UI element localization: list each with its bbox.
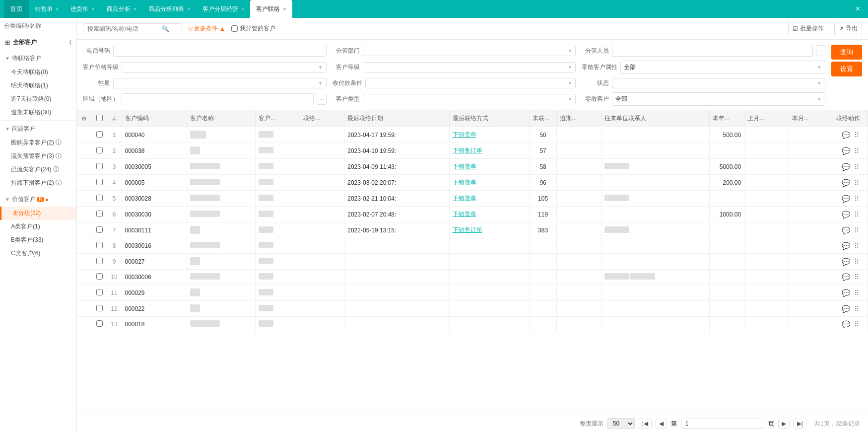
last-page-btn[interactable]: ▶| (794, 419, 806, 429)
td-way[interactable]: 下销货单 (449, 159, 530, 175)
more-action-icon[interactable]: ⠿ (854, 258, 859, 266)
row-checkbox[interactable] (96, 320, 103, 327)
filter-retail-select[interactable]: 全部▼ (612, 92, 825, 106)
td-checkbox[interactable] (92, 301, 107, 317)
message-icon[interactable]: 💬 (842, 320, 850, 328)
select-all-checkbox[interactable] (96, 115, 103, 121)
sidebar-item-class-b[interactable]: B类客户(33) (0, 233, 76, 247)
section-value-customers[interactable]: ▼ 价值客户 R ● (0, 192, 76, 207)
nav-tab-analysis-list[interactable]: 商品分析列表 × (142, 0, 196, 18)
batch-operation-btn[interactable]: ☑ 批量操作 (788, 22, 828, 35)
more-action-icon[interactable]: ⠿ (854, 273, 859, 281)
row-checkbox[interactable] (96, 226, 103, 233)
region-more-btn[interactable]: ··· (317, 94, 326, 105)
sidebar-item-ungroups[interactable]: 未分组(32) (0, 207, 76, 220)
row-checkbox[interactable] (96, 273, 103, 280)
more-action-icon[interactable]: ⠿ (854, 226, 859, 234)
sidebar-item-tomorrow[interactable]: 明天待联络(1) (0, 79, 76, 92)
more-action-icon[interactable]: ⠿ (854, 289, 859, 297)
last-way-link[interactable]: 下销售订单 (453, 226, 482, 233)
td-checkbox[interactable] (92, 222, 107, 238)
gear-icon[interactable]: ⚙ (81, 115, 87, 122)
td-checkbox[interactable] (92, 159, 107, 175)
more-action-icon[interactable]: ⠿ (854, 147, 859, 155)
filter-more-btn[interactable]: ▽ 更多条件 ▲ (188, 24, 225, 33)
more-action-icon[interactable]: ⠿ (854, 320, 859, 328)
td-way[interactable] (449, 254, 530, 270)
message-icon[interactable]: 💬 (842, 163, 850, 171)
sidebar-item-overdue[interactable]: 逾期未联络(30) (0, 106, 76, 119)
td-checkbox[interactable] (92, 175, 107, 191)
sidebar-item-abnormal[interactable]: 囤购异常客户(2) ⓘ (0, 136, 76, 149)
td-way[interactable] (449, 301, 530, 317)
message-icon[interactable]: 💬 (842, 273, 850, 281)
person-more-btn[interactable]: ··· (816, 45, 825, 56)
phone-input-field[interactable] (117, 47, 323, 54)
td-checkbox[interactable] (92, 270, 107, 285)
window-close-button[interactable]: × (852, 4, 864, 13)
nav-tab-analysis[interactable]: 商品分析 × (101, 0, 142, 18)
filter-nature-select[interactable]: ▼ (113, 78, 327, 88)
last-way-link[interactable]: 下销货单 (453, 211, 476, 217)
td-checkbox[interactable] (92, 254, 107, 270)
col-settings[interactable]: ⚙ (77, 110, 92, 127)
td-way[interactable]: 下销货单 (449, 191, 530, 207)
td-way[interactable] (449, 270, 530, 285)
sidebar-item-declining[interactable]: 持续下滑客户(2) ⓘ (0, 176, 76, 190)
td-checkbox[interactable] (92, 207, 107, 222)
close-segment-tab[interactable]: × (241, 6, 244, 12)
nav-tab-purchase[interactable]: 进货单 × (65, 0, 100, 18)
last-way-link[interactable]: 下销货单 (453, 131, 476, 138)
filter-price-select[interactable]: ▼ (122, 62, 327, 72)
message-icon[interactable]: 💬 (842, 289, 850, 297)
sidebar-item-churn-warning[interactable]: 流失预警客户(3) ⓘ (0, 149, 76, 163)
td-checkbox[interactable] (92, 191, 107, 207)
td-way[interactable]: 下销货单 (449, 127, 530, 143)
nav-tab-customer-segment[interactable]: 客户分层经营 × (197, 0, 250, 18)
row-checkbox[interactable] (96, 258, 103, 264)
filter-payment-select[interactable]: ▼ (365, 78, 576, 88)
filter-level-select[interactable]: ▼ (363, 62, 576, 72)
td-checkbox[interactable] (92, 317, 107, 332)
message-icon[interactable]: 💬 (842, 258, 850, 266)
row-checkbox[interactable] (96, 179, 103, 185)
sidebar-item-7days[interactable]: 近7天待联络(0) (0, 92, 76, 106)
more-action-icon[interactable]: ⠿ (854, 211, 859, 218)
td-checkbox[interactable] (92, 143, 107, 159)
section-pending-contact[interactable]: ▼ 待联络客户 (0, 51, 76, 66)
close-analysis-list-tab[interactable]: × (187, 6, 190, 12)
close-analysis-tab[interactable]: × (134, 6, 136, 12)
td-way[interactable]: 下销售订单 (449, 143, 530, 159)
section-problem-customers[interactable]: ▼ 问题客户 (0, 122, 76, 136)
export-btn[interactable]: ↗ 导出 (834, 22, 862, 35)
more-action-icon[interactable]: ⠿ (854, 163, 859, 171)
page-size-select[interactable]: 50 100 (607, 418, 635, 429)
person-input-field[interactable] (615, 47, 809, 54)
region-input-field[interactable] (125, 96, 310, 103)
filter-dept-select[interactable]: ▼ (363, 46, 576, 56)
td-checkbox[interactable] (92, 238, 107, 254)
sidebar-all-customers[interactable]: ⊞ 全部客户 《 (0, 34, 76, 51)
search-icon-main[interactable]: 🔍 (162, 25, 169, 32)
td-way[interactable] (449, 317, 530, 332)
my-customers-check[interactable] (231, 25, 238, 32)
more-action-icon[interactable]: ⠿ (854, 305, 859, 313)
message-icon[interactable]: 💬 (842, 179, 850, 187)
col-checkbox-header[interactable] (92, 110, 107, 127)
close-contact-tab[interactable]: × (283, 6, 286, 12)
reset-button[interactable]: 设置 (831, 62, 862, 76)
row-checkbox[interactable] (96, 305, 103, 311)
last-way-link[interactable]: 下销售订单 (453, 147, 482, 154)
prev-page-btn[interactable]: ◀ (656, 419, 667, 429)
query-button[interactable]: 查询 (831, 45, 862, 60)
more-action-icon[interactable]: ⠿ (854, 179, 859, 187)
td-way[interactable]: 下销售订单 (449, 222, 530, 238)
next-page-btn[interactable]: ▶ (778, 419, 790, 429)
row-checkbox[interactable] (96, 147, 103, 153)
close-purchase-tab[interactable]: × (91, 6, 94, 12)
more-action-icon[interactable]: ⠿ (854, 242, 859, 250)
filter-region-input[interactable] (122, 93, 314, 105)
message-icon[interactable]: 💬 (842, 147, 850, 155)
row-checkbox[interactable] (96, 242, 103, 248)
main-search-input[interactable] (87, 25, 162, 32)
